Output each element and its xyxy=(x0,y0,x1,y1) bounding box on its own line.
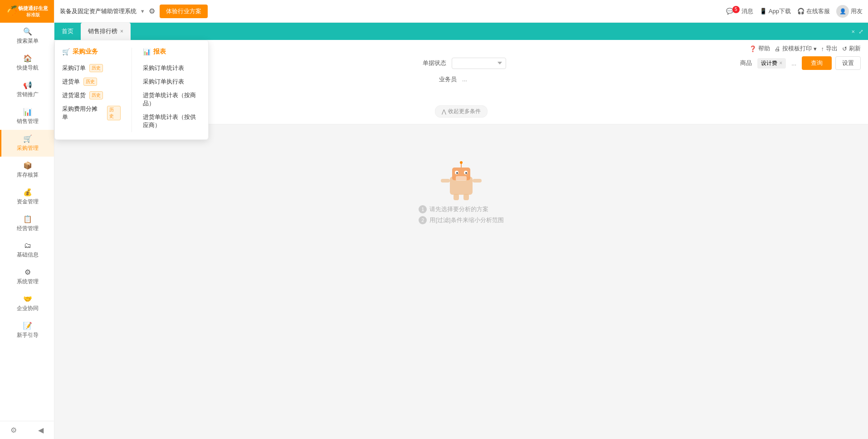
quick-nav-icon: 🏠 xyxy=(23,54,32,63)
settings-icon[interactable]: ⚙ xyxy=(149,7,155,15)
industry-btn[interactable]: 体验行业方案 xyxy=(160,5,208,18)
logo-line1: 畅捷通好生意 xyxy=(18,5,48,11)
po-stat-label: 采购订单统计表 xyxy=(143,64,184,72)
dropdown-item-purchase-expense[interactable]: 采购费用分摊单 历史 xyxy=(62,102,121,124)
enterprise-label: 企业协同 xyxy=(17,305,39,312)
sidebar-item-guide[interactable]: 📝新手引导 xyxy=(0,317,54,344)
collapse-sidebar-icon[interactable]: ◀ xyxy=(38,426,44,434)
report-col-label: 报表 xyxy=(153,48,166,56)
export-btn[interactable]: ↑ 导出 xyxy=(821,44,838,53)
dropdown-item-po-exec[interactable]: 采购订单执行表 xyxy=(143,75,201,89)
empty-state: 1 请先选择要分析的方案 2 用[过滤]条件来缩小分析范围 xyxy=(54,124,868,261)
dropdown-divider xyxy=(132,48,132,132)
dropdown-item-purchase-order[interactable]: 采购订单 历史 xyxy=(62,61,121,75)
sidebar-item-system[interactable]: ⚙系统管理 xyxy=(0,263,54,290)
purchase-col-icon: 🛒 xyxy=(62,48,70,55)
purchase-label: 采购管理 xyxy=(17,144,39,152)
purchase-col-label: 采购业务 xyxy=(73,48,98,56)
headset-icon: 🎧 xyxy=(797,8,805,15)
tabbar-end: × ⤢ xyxy=(847,28,868,35)
svg-rect-10 xyxy=(454,194,459,200)
operations-icon: 📋 xyxy=(23,215,32,223)
tab-home[interactable]: 首页 xyxy=(54,23,81,40)
tab-sales-ranking[interactable]: 销售排行榜 × xyxy=(81,23,131,40)
dropdown-item-po-stat[interactable]: 采购订单统计表 xyxy=(143,61,201,75)
guide-label: 新手引导 xyxy=(17,331,39,339)
sidebar-item-marketing[interactable]: 📢营销推广 xyxy=(0,76,54,103)
inventory-label: 库存核算 xyxy=(17,171,39,179)
topbar: 装备及固定资产辅助管理系统 ▾ ⚙ 体验行业方案 💬 5 消息 📱 App下载 … xyxy=(54,0,868,23)
dropdown-item-purchase-inbound[interactable]: 进货单 历史 xyxy=(62,75,121,89)
marketing-icon: 📢 xyxy=(23,81,32,89)
user-action[interactable]: 👤 用友 xyxy=(836,5,863,18)
sidebar-item-operations[interactable]: 📋经营管理 xyxy=(0,210,54,237)
dropdown-item-inbound-by-supplier[interactable]: 进货单统计表（按供应商） xyxy=(143,110,201,132)
system-title: 装备及固定资产辅助管理系统 xyxy=(60,7,137,15)
sidebar-item-enterprise[interactable]: 🤝企业协同 xyxy=(0,290,54,317)
logo: 🍊 畅捷通好生意 标准版 xyxy=(0,0,54,23)
user-label: 用友 xyxy=(851,7,863,15)
sales-icon: 📊 xyxy=(23,108,32,116)
sidebar-item-purchase[interactable]: 🛒采购管理 xyxy=(0,130,54,157)
print-icon: 🖨 xyxy=(775,45,780,52)
purchase-order-label: 采购订单 xyxy=(62,64,86,72)
refresh-btn[interactable]: ↺ 刷新 xyxy=(842,44,861,53)
message-action[interactable]: 💬 5 消息 xyxy=(726,7,753,15)
phone-icon: 📱 xyxy=(760,8,767,15)
tab-close-icon[interactable]: × xyxy=(120,28,123,35)
message-label: 消息 xyxy=(741,7,753,15)
dropdown-report-title: 📊 报表 xyxy=(143,48,201,56)
sidebar-item-basic-info[interactable]: 🗂基础信息 xyxy=(0,237,54,263)
tab-end-close-icon[interactable]: × xyxy=(851,28,855,35)
basic-info-icon: 🗂 xyxy=(24,242,31,250)
sidebar-item-search[interactable]: 🔍搜索菜单 xyxy=(0,23,54,49)
app-download-action[interactable]: 📱 App下载 xyxy=(760,7,791,15)
salesperson-more[interactable]: ... xyxy=(462,76,467,83)
online-service-action[interactable]: 🎧 在线客服 xyxy=(797,7,830,15)
print-btn[interactable]: 🖨 按模板打印 ▾ xyxy=(775,44,817,53)
svg-rect-8 xyxy=(441,179,450,183)
dropdown-col-report: 📊 报表 采购订单统计表 采购订单执行表 进货单统计表（按商品） 进货单统计表（… xyxy=(143,48,201,132)
help-label: 帮助 xyxy=(758,44,770,53)
step1-icon: 1 xyxy=(419,205,427,213)
salesperson-label: 业务员 xyxy=(439,75,457,84)
purchase-inbound-hist[interactable]: 历史 xyxy=(83,78,97,86)
svg-point-4 xyxy=(456,172,458,174)
print-chevron[interactable]: ▾ xyxy=(814,45,817,52)
dropdown-item-inbound-by-goods[interactable]: 进货单统计表（按商品） xyxy=(143,89,201,110)
empty-tip2: 用[过滤]条件来缩小分析范围 xyxy=(429,216,503,224)
purchase-return-hist[interactable]: 历史 xyxy=(89,91,103,99)
filter-settings-btn[interactable]: 设置 xyxy=(835,56,861,70)
report-col-icon: 📊 xyxy=(143,48,151,55)
settings-footer-icon[interactable]: ⚙ xyxy=(10,426,17,434)
purchase-inbound-label: 进货单 xyxy=(62,78,80,86)
goods-more[interactable]: ... xyxy=(791,60,796,67)
voucher-status-label: 单据状态 xyxy=(423,59,446,67)
tab-end-expand-icon[interactable]: ⤢ xyxy=(858,28,863,35)
guide-icon: 📝 xyxy=(23,321,32,330)
voucher-status-select[interactable] xyxy=(452,58,506,69)
sidebar-item-finance[interactable]: 💰资金管理 xyxy=(0,183,54,210)
purchase-order-hist[interactable]: 历史 xyxy=(89,64,103,72)
po-exec-label: 采购订单执行表 xyxy=(143,78,184,86)
sidebar-item-sales[interactable]: 📊销售管理 xyxy=(0,103,54,130)
goods-tag-close[interactable]: × xyxy=(779,60,782,66)
dropdown-item-purchase-return[interactable]: 进货退货 历史 xyxy=(62,89,121,102)
goods-tag-text: 设计费 xyxy=(761,59,777,67)
dropdown-menu: 🛒 采购业务 采购订单 历史 进货单 历史 进货退货 历史 采购费用分摊单 历史 xyxy=(54,40,209,140)
purchase-expense-hist[interactable]: 历史 xyxy=(107,106,121,120)
enterprise-icon: 🤝 xyxy=(23,295,32,303)
user-avatar: 👤 xyxy=(836,5,849,18)
sidebar-item-inventory[interactable]: 📦库存核算 xyxy=(0,157,54,183)
user-avatar-text: 👤 xyxy=(839,8,846,15)
query-btn[interactable]: 查询 xyxy=(802,56,832,70)
help-icon: ❓ xyxy=(749,45,756,52)
chevron-icon[interactable]: ▾ xyxy=(141,8,144,15)
help-btn[interactable]: ❓ 帮助 xyxy=(749,44,770,53)
operations-label: 经营管理 xyxy=(17,225,39,232)
collapse-btn[interactable]: ⋀ 收起更多条件 xyxy=(435,105,488,118)
inventory-icon: 📦 xyxy=(23,161,32,170)
system-label: 系统管理 xyxy=(17,278,39,286)
print-label: 按模板打印 xyxy=(782,44,812,53)
sidebar-item-quick-nav[interactable]: 🏠快捷导航 xyxy=(0,49,54,76)
